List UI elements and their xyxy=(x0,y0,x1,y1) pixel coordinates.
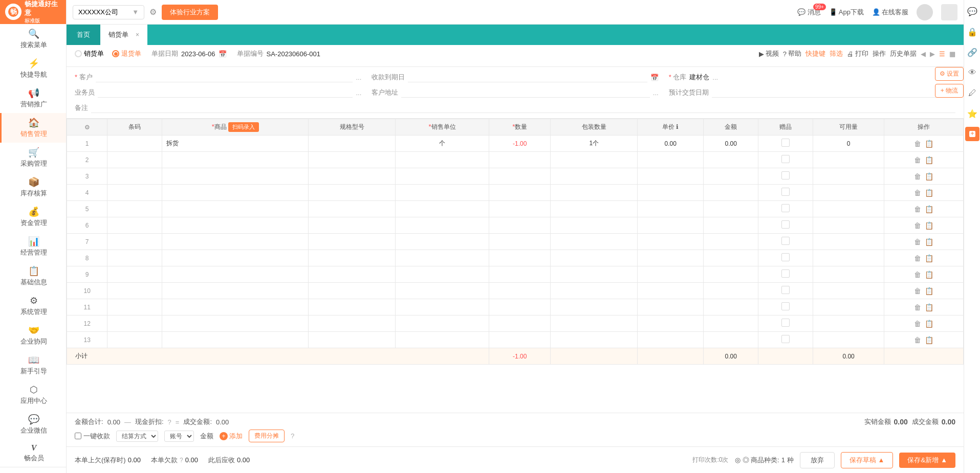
right-panel-chat-icon[interactable]: 💬 xyxy=(965,4,979,18)
gift-checkbox[interactable] xyxy=(781,302,790,310)
delete-row-icon[interactable]: 🗑 xyxy=(914,287,921,295)
shortcut-btn[interactable]: 快捷键 xyxy=(805,49,825,58)
sidebar-item-guide[interactable]: 📖 新手引导 xyxy=(0,350,66,380)
tab-close-icon[interactable]: × xyxy=(136,31,139,38)
sidebar-item-wechat[interactable]: 💬 企业微信 xyxy=(0,410,66,439)
due-date-calendar-icon[interactable]: 📅 xyxy=(650,74,659,81)
sidebar-item-inventory[interactable]: 📦 库存核算 xyxy=(0,172,66,202)
ops-btn[interactable]: 操作 xyxy=(873,49,886,58)
delete-row-icon[interactable]: 🗑 xyxy=(914,205,921,213)
delete-row-icon[interactable]: 🗑 xyxy=(914,189,921,197)
right-panel-orange-icon[interactable]: + xyxy=(965,127,979,141)
gift-checkbox[interactable] xyxy=(781,171,790,179)
copy-row-icon[interactable]: 📋 xyxy=(925,271,933,279)
sidebar-item-basic-info[interactable]: 📋 基础信息 xyxy=(0,261,66,291)
copy-row-icon[interactable]: 📋 xyxy=(925,221,933,230)
sidebar-item-marketing[interactable]: 📢 营销推广 xyxy=(0,83,66,113)
delete-row-icon[interactable]: 🗑 xyxy=(914,238,921,246)
sidebar-item-finance[interactable]: 💰 资金管理 xyxy=(0,202,66,232)
delete-row-icon[interactable]: 🗑 xyxy=(914,303,921,311)
sidebar-item-system[interactable]: ⚙ 系统管理 xyxy=(0,291,66,321)
arrow-left-icon[interactable]: ◀ xyxy=(921,50,926,58)
th-gear[interactable]: ⚙ xyxy=(67,119,107,136)
gift-checkbox[interactable] xyxy=(781,335,790,343)
tab-home[interactable]: 首页 xyxy=(67,25,100,45)
gift-checkbox[interactable] xyxy=(781,319,790,327)
gift-checkbox[interactable] xyxy=(781,269,790,278)
expected-date-input[interactable] xyxy=(712,87,944,98)
copy-row-icon[interactable]: 📋 xyxy=(925,336,933,344)
sidebar-item-operations[interactable]: 📊 经营管理 xyxy=(0,232,66,261)
right-panel-edit-icon[interactable]: 🖊 xyxy=(965,86,979,100)
one-click-pay-checkbox[interactable]: 一键收款 xyxy=(75,432,110,441)
trial-button[interactable]: 体验行业方案 xyxy=(162,5,218,20)
save-draft-button[interactable]: 保存草稿 ▲ xyxy=(841,452,894,468)
warehouse-dots[interactable]: ... xyxy=(712,74,718,81)
delete-row-icon[interactable]: 🗑 xyxy=(914,172,921,181)
gift-checkbox[interactable] xyxy=(781,139,790,147)
gift-checkbox[interactable] xyxy=(781,220,790,229)
calendar-icon[interactable]: 📅 xyxy=(219,50,227,58)
radio-sale-order[interactable]: 销货单 xyxy=(75,49,104,58)
sidebar-item-quicknav[interactable]: ⚡ 快捷导航 xyxy=(0,54,66,83)
copy-row-icon[interactable]: 📋 xyxy=(925,156,933,164)
customer-addr-input[interactable] xyxy=(401,87,649,98)
history-btn[interactable]: 历史单据 xyxy=(890,49,917,58)
gift-checkbox[interactable] xyxy=(781,286,790,294)
cash-discount-help[interactable]: ? xyxy=(168,418,171,426)
customer-dots[interactable]: ... xyxy=(356,74,361,81)
sidebar-item-sales[interactable]: 🏠 销售管理 xyxy=(0,113,66,143)
settlement-method-select[interactable]: 结算方式 xyxy=(116,431,158,442)
logistics-side-btn[interactable]: + 物流 xyxy=(935,84,964,98)
copy-row-icon[interactable]: 📋 xyxy=(925,254,933,262)
user-menu[interactable] xyxy=(941,4,957,20)
copy-row-icon[interactable]: 📋 xyxy=(925,320,933,328)
sidebar-item-purchase[interactable]: 🛒 采购管理 xyxy=(0,143,66,172)
list-view-icon[interactable]: ☰ xyxy=(939,50,945,58)
print-btn[interactable]: 🖨 打印 xyxy=(847,49,868,58)
user-avatar[interactable] xyxy=(917,4,933,20)
gift-checkbox[interactable] xyxy=(781,253,790,261)
copy-row-icon[interactable]: 📋 xyxy=(925,238,933,246)
scan-btn[interactable]: 扫码录入 xyxy=(228,122,259,132)
app-download-button[interactable]: 📱 App下载 xyxy=(829,8,864,17)
copy-row-icon[interactable]: 📋 xyxy=(925,205,933,213)
sidebar-item-search[interactable]: 🔍 搜索菜单 xyxy=(0,24,66,54)
help-btn[interactable]: ? 帮助 xyxy=(783,49,801,58)
delete-row-icon[interactable]: 🗑 xyxy=(914,140,921,148)
delete-row-icon[interactable]: 🗑 xyxy=(914,221,921,230)
account-select[interactable]: 账号 xyxy=(164,431,194,442)
sidebar-item-collab[interactable]: 🤝 企业协同 xyxy=(0,321,66,350)
add-payment-btn[interactable]: + 添加 xyxy=(220,432,243,441)
right-panel-link-icon[interactable]: 🔗 xyxy=(965,45,979,59)
addr-dots[interactable]: ... xyxy=(653,89,659,97)
customer-input[interactable] xyxy=(96,72,353,82)
abandon-button[interactable]: 放弃 xyxy=(800,452,835,468)
copy-row-icon[interactable]: 📋 xyxy=(925,287,933,295)
gift-checkbox[interactable] xyxy=(781,204,790,212)
delete-row-icon[interactable]: 🗑 xyxy=(914,336,921,344)
overdue-help-icon[interactable]: ? xyxy=(180,457,183,464)
message-button[interactable]: 💬 消息 99+ xyxy=(797,8,821,17)
filter-btn[interactable]: 筛选 xyxy=(830,49,843,58)
copy-row-icon[interactable]: 📋 xyxy=(925,303,933,311)
delete-row-icon[interactable]: 🗑 xyxy=(914,271,921,279)
grid-view-icon[interactable]: ▦ xyxy=(949,50,955,58)
due-date-input[interactable] xyxy=(408,72,647,82)
right-panel-lock-icon[interactable]: 🔒 xyxy=(965,25,979,39)
copy-row-icon[interactable]: 📋 xyxy=(925,189,933,197)
salesperson-input[interactable] xyxy=(98,87,353,98)
right-panel-star-icon[interactable]: ⭐ xyxy=(965,106,979,121)
save-new-button[interactable]: 保存&新增 ▲ xyxy=(899,453,955,468)
arrow-right-icon[interactable]: ▶ xyxy=(930,50,935,58)
copy-row-icon[interactable]: 📋 xyxy=(925,172,933,181)
gift-checkbox[interactable] xyxy=(781,155,790,163)
delete-row-icon[interactable]: 🗑 xyxy=(914,254,921,262)
company-selector[interactable]: XXXXXX公司 ▼ xyxy=(73,5,144,19)
remark-input[interactable] xyxy=(91,103,955,113)
copy-row-icon[interactable]: 📋 xyxy=(925,140,933,148)
expense-split-btn[interactable]: 费用分摊 xyxy=(249,430,285,442)
radio-return-order[interactable]: 退货单 xyxy=(112,49,141,58)
right-panel-eye-icon[interactable]: 👁 xyxy=(965,65,979,80)
sidebar-item-member[interactable]: V 畅会员 xyxy=(0,439,66,467)
